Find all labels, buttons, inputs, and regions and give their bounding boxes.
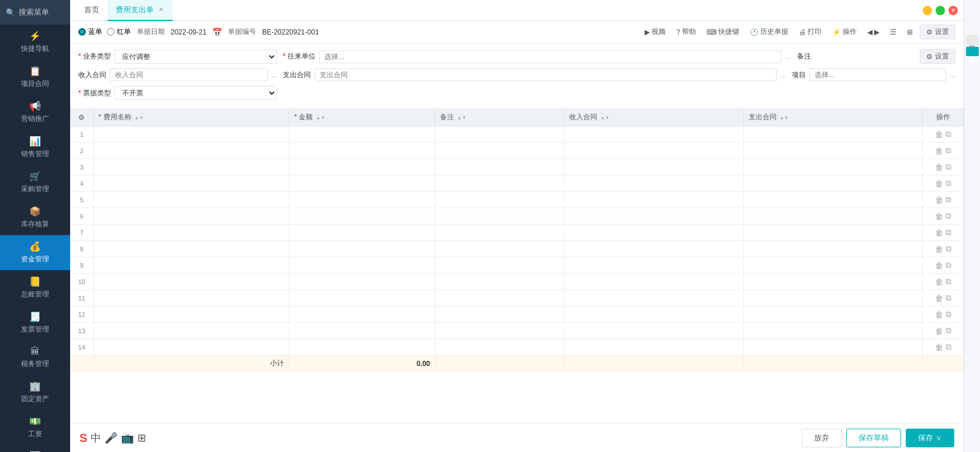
amount-cell-3[interactable] bbox=[289, 159, 435, 175]
sidebar-item-fixed-assets[interactable]: 🏢固定资产 bbox=[0, 375, 70, 410]
th-settings[interactable]: ⚙ bbox=[70, 109, 94, 126]
copy-row-8[interactable]: ⧉ bbox=[946, 244, 951, 254]
delete-row-11[interactable]: 🗑 bbox=[935, 293, 943, 303]
table-view-btn[interactable]: ☰ bbox=[886, 26, 900, 38]
amount-cell-8[interactable] bbox=[289, 241, 435, 257]
amount-cell-1[interactable] bbox=[289, 126, 435, 143]
date-value[interactable]: 2022-09-21 bbox=[171, 28, 206, 36]
mic-icon[interactable]: 🎤 bbox=[105, 432, 117, 444]
expense-name-cell-10[interactable] bbox=[94, 274, 289, 290]
copy-row-14[interactable]: ⧉ bbox=[946, 342, 951, 352]
operate-btn[interactable]: ⚡ 操作 bbox=[829, 25, 860, 39]
delete-row-6[interactable]: 🗑 bbox=[935, 211, 943, 221]
calendar-icon[interactable]: 📅 bbox=[212, 27, 222, 37]
sidebar-item-marketing[interactable]: 📢营销推广 bbox=[0, 95, 70, 130]
income-contract-dots[interactable]: ... bbox=[271, 71, 277, 79]
th-amount[interactable]: * 金额 ▲▼ bbox=[289, 109, 435, 126]
settings-btn[interactable]: ⚙ 设置 bbox=[920, 25, 955, 39]
remark-cell-9[interactable] bbox=[435, 257, 565, 274]
remark-cell-11[interactable] bbox=[435, 290, 565, 306]
expense-name-cell-8[interactable] bbox=[94, 241, 289, 257]
radio-red-label[interactable]: 红单 bbox=[107, 27, 131, 37]
remark-cell-13[interactable] bbox=[435, 323, 565, 339]
sidebar-item-purchase-management[interactable]: 🛒采购管理 bbox=[0, 165, 70, 200]
remark-cell-12[interactable] bbox=[435, 306, 565, 323]
amount-cell-11[interactable] bbox=[289, 290, 435, 306]
expense-contract-cell-6[interactable] bbox=[743, 208, 922, 225]
video-btn[interactable]: ▶ 视频 bbox=[641, 25, 669, 39]
close-button[interactable]: ✕ bbox=[948, 6, 958, 15]
expense-contract-cell-2[interactable] bbox=[743, 143, 922, 159]
th-expense-contract[interactable]: 支出合同 ▲▼ bbox=[743, 109, 922, 126]
sidebar-item-salary[interactable]: 💵工资 bbox=[0, 410, 70, 445]
grid2-icon[interactable]: ⊞ bbox=[137, 432, 146, 444]
expense-contract-cell-12[interactable] bbox=[743, 306, 922, 323]
expense-name-cell-2[interactable] bbox=[94, 143, 289, 159]
biz-type-select[interactable]: 应付调整 bbox=[115, 50, 277, 64]
invoice-type-select[interactable]: 不开票 bbox=[115, 86, 277, 100]
copy-row-4[interactable]: ⧉ bbox=[946, 178, 951, 188]
amount-cell-10[interactable] bbox=[289, 274, 435, 290]
income-contract-cell-2[interactable] bbox=[565, 143, 743, 159]
amount-cell-12[interactable] bbox=[289, 306, 435, 323]
expense-name-cell-12[interactable] bbox=[94, 306, 289, 323]
sidebar-search[interactable]: 🔍 搜索菜单 bbox=[0, 0, 70, 25]
partner-dots[interactable]: ... bbox=[785, 53, 791, 61]
print-btn[interactable]: 🖨 打印 bbox=[795, 25, 825, 39]
remark-cell-10[interactable] bbox=[435, 274, 565, 290]
amount-cell-9[interactable] bbox=[289, 257, 435, 274]
expense-contract-cell-14[interactable] bbox=[743, 339, 922, 356]
remark-cell-2[interactable] bbox=[435, 143, 565, 159]
income-contract-cell-4[interactable] bbox=[565, 175, 743, 192]
th-expense-name[interactable]: * 费用名称 ▲▼ bbox=[94, 109, 289, 126]
sidebar-item-sales-management[interactable]: 📊销售管理 bbox=[0, 130, 70, 165]
column-settings-icon[interactable]: ⚙ bbox=[78, 113, 85, 122]
delete-row-5[interactable]: 🗑 bbox=[935, 195, 943, 205]
sidebar-item-operations[interactable]: 📈经营管理 bbox=[0, 445, 70, 452]
expense-name-cell-3[interactable] bbox=[94, 159, 289, 175]
expense-contract-cell-9[interactable] bbox=[743, 257, 922, 274]
income-contract-cell-14[interactable] bbox=[565, 339, 743, 356]
copy-row-2[interactable]: ⧉ bbox=[946, 146, 951, 156]
remark-cell-3[interactable] bbox=[435, 159, 565, 175]
radio-red[interactable] bbox=[107, 28, 115, 36]
income-contract-cell-1[interactable] bbox=[565, 126, 743, 143]
amount-cell-6[interactable] bbox=[289, 208, 435, 225]
remark-cell-6[interactable] bbox=[435, 208, 565, 225]
income-contract-cell-7[interactable] bbox=[565, 225, 743, 241]
income-contract-cell-13[interactable] bbox=[565, 323, 743, 339]
th-income-contract[interactable]: 收入合同 ▲▼ bbox=[565, 109, 743, 126]
save-draft-button[interactable]: 保存草稿 bbox=[846, 429, 901, 447]
remark-cell-7[interactable] bbox=[435, 225, 565, 241]
expense-name-cell-6[interactable] bbox=[94, 208, 289, 225]
delete-row-12[interactable]: 🗑 bbox=[935, 309, 943, 319]
income-contract-cell-6[interactable] bbox=[565, 208, 743, 225]
expense-contract-cell-13[interactable] bbox=[743, 323, 922, 339]
expense-contract-cell-8[interactable] bbox=[743, 241, 922, 257]
save-button[interactable]: 保存 ∨ bbox=[906, 429, 954, 447]
minimize-button[interactable] bbox=[923, 6, 932, 15]
amount-cell-2[interactable] bbox=[289, 143, 435, 159]
expense-contract-dots[interactable]: ... bbox=[780, 71, 786, 79]
sidebar-item-capital-management[interactable]: 💰资金管理 bbox=[0, 235, 70, 270]
expense-name-cell-13[interactable] bbox=[94, 323, 289, 339]
copy-row-10[interactable]: ⧉ bbox=[946, 277, 951, 287]
tab-close-expense[interactable]: ✕ bbox=[157, 6, 165, 13]
delete-row-13[interactable]: 🗑 bbox=[935, 326, 943, 336]
help-btn[interactable]: ? 帮助 bbox=[673, 25, 699, 39]
income-contract-cell-10[interactable] bbox=[565, 274, 743, 290]
sidebar-item-invoice[interactable]: 🧾发票管理 bbox=[0, 305, 70, 340]
income-contract-cell-3[interactable] bbox=[565, 159, 743, 175]
th-remark[interactable]: 备注 ▲▼ bbox=[435, 109, 565, 126]
amount-cell-14[interactable] bbox=[289, 339, 435, 356]
delete-row-4[interactable]: 🗑 bbox=[935, 178, 943, 188]
history-btn[interactable]: 🕐 历史单据 bbox=[746, 25, 792, 39]
copy-row-11[interactable]: ⧉ bbox=[946, 293, 951, 303]
delete-row-10[interactable]: 🗑 bbox=[935, 277, 943, 287]
project-input[interactable] bbox=[809, 68, 946, 81]
delete-row-9[interactable]: 🗑 bbox=[935, 260, 943, 270]
delete-row-8[interactable]: 🗑 bbox=[935, 244, 943, 254]
remark-cell-1[interactable] bbox=[435, 126, 565, 143]
delete-row-14[interactable]: 🗑 bbox=[935, 342, 943, 352]
expense-contract-cell-5[interactable] bbox=[743, 192, 922, 208]
